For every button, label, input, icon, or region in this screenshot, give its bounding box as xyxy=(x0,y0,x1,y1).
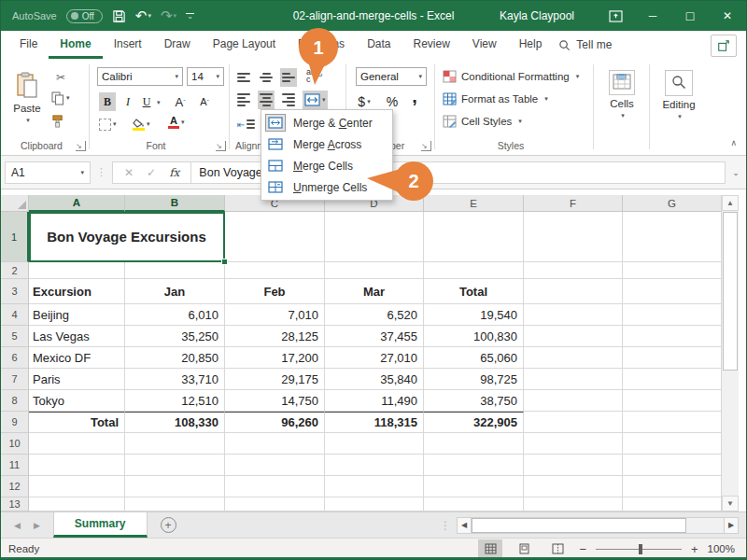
prev-sheet-button[interactable]: ◀ xyxy=(14,521,21,530)
horizontal-scroll-track[interactable] xyxy=(472,517,724,534)
cell-C13[interactable] xyxy=(225,497,325,511)
increase-font-button[interactable]: Aˆ xyxy=(172,92,189,111)
center-button[interactable] xyxy=(258,91,275,109)
cell-B13[interactable] xyxy=(125,497,225,511)
bold-button[interactable]: B xyxy=(99,92,116,111)
select-all-button[interactable] xyxy=(1,195,29,212)
enter-formula-button[interactable]: ✓ xyxy=(147,166,156,179)
cell-F4[interactable] xyxy=(524,304,623,326)
cell-E12[interactable] xyxy=(424,476,524,497)
cell-D9[interactable]: 118,315 xyxy=(325,412,424,433)
copy-button[interactable]: ▾ xyxy=(49,89,72,107)
editing-button[interactable]: Editing ▾ xyxy=(655,63,702,120)
row-header-1[interactable]: 1 xyxy=(1,212,29,262)
autosave-toggle[interactable]: Off xyxy=(66,9,103,23)
row-header-4[interactable]: 4 xyxy=(1,304,29,326)
user-name[interactable]: Kayla Claypool xyxy=(500,9,574,22)
cell-F2[interactable] xyxy=(524,262,623,279)
cell-G13[interactable] xyxy=(623,497,722,511)
row-header-13[interactable]: 13 xyxy=(1,497,29,511)
zoom-in-button[interactable]: + xyxy=(691,542,698,556)
cell-D5[interactable]: 37,455 xyxy=(325,326,424,347)
cell-G5[interactable] xyxy=(623,326,722,347)
cell-C2[interactable] xyxy=(225,262,325,279)
cell-B7[interactable]: 33,710 xyxy=(125,369,225,390)
row-header-8[interactable]: 8 xyxy=(1,390,29,412)
cell-D12[interactable] xyxy=(325,476,424,497)
column-header-A[interactable]: A xyxy=(29,195,125,212)
conditional-formatting-button[interactable]: Conditional Formatting▾ xyxy=(443,66,579,87)
clipboard-dialog-launcher[interactable]: ↖ xyxy=(76,141,86,151)
row-header-2[interactable]: 2 xyxy=(1,262,29,279)
maximize-button[interactable]: □ xyxy=(671,1,709,31)
name-box[interactable]: A1▾ xyxy=(5,161,91,184)
comma-style-button[interactable]: , xyxy=(406,87,423,105)
cell-A11[interactable] xyxy=(29,455,125,476)
next-sheet-button[interactable]: ▶ xyxy=(34,521,40,530)
normal-view-button[interactable] xyxy=(478,539,502,559)
tab-file[interactable]: File xyxy=(8,31,49,59)
new-sheet-button[interactable]: + xyxy=(161,517,176,533)
cell-E2[interactable] xyxy=(424,262,524,279)
column-header-F[interactable]: F xyxy=(524,195,623,212)
decrease-indent-button[interactable]: ⇤ xyxy=(235,115,257,133)
scroll-right-button[interactable]: ▶ xyxy=(724,517,739,534)
number-format-combo[interactable]: General▾ xyxy=(356,67,427,86)
cells-button[interactable]: Cells ▾ xyxy=(601,63,642,119)
zoom-slider[interactable] xyxy=(596,549,682,550)
sheet-tab-summary[interactable]: Summary xyxy=(53,512,148,538)
cell-G12[interactable] xyxy=(623,476,722,497)
cell-F6[interactable] xyxy=(524,347,623,369)
close-button[interactable]: ✕ xyxy=(709,1,746,31)
cell-E10[interactable] xyxy=(424,433,524,455)
cell-B5[interactable]: 35,250 xyxy=(125,326,225,347)
vertical-scrollbar[interactable]: ▲ ▼ xyxy=(721,195,739,511)
align-right-button[interactable] xyxy=(280,91,297,109)
cell-D4[interactable]: 6,520 xyxy=(325,304,424,326)
column-header-G[interactable]: G xyxy=(623,195,722,212)
cell-E5[interactable]: 100,830 xyxy=(424,326,524,347)
column-header-B[interactable]: B xyxy=(125,195,225,212)
share-button[interactable] xyxy=(711,35,737,57)
cell-C10[interactable] xyxy=(225,433,325,455)
format-as-table-button[interactable]: Format as Table▾ xyxy=(443,89,548,109)
tab-view[interactable]: View xyxy=(461,31,508,59)
row-header-11[interactable]: 11 xyxy=(1,455,29,476)
cell-F1[interactable] xyxy=(524,212,623,262)
cell-A13[interactable] xyxy=(29,497,125,511)
collapse-ribbon-button[interactable]: ∧ xyxy=(730,138,737,147)
row-header-3[interactable]: 3 xyxy=(1,279,29,304)
cell-F5[interactable] xyxy=(524,326,623,347)
cell-G10[interactable] xyxy=(623,433,722,455)
font-dialog-launcher[interactable]: ↖ xyxy=(216,141,226,151)
fill-color-caret-icon[interactable]: ▾ xyxy=(147,120,150,128)
cell-F12[interactable] xyxy=(524,476,623,497)
decrease-font-button[interactable]: Aˇ xyxy=(196,92,213,111)
cell-F11[interactable] xyxy=(524,455,623,476)
cell-E6[interactable]: 65,060 xyxy=(424,347,524,369)
cell-A8[interactable]: Tokyo xyxy=(29,390,125,412)
cell-A10[interactable] xyxy=(29,433,125,455)
row-header-10[interactable]: 10 xyxy=(1,433,29,455)
cell-styles-button[interactable]: Cell Styles▾ xyxy=(443,111,522,132)
expand-formula-bar-icon[interactable]: ⌄ xyxy=(726,168,746,177)
underline-caret-icon[interactable]: ▾ xyxy=(157,99,161,106)
cell-D1[interactable] xyxy=(325,212,424,262)
vertical-scroll-thumb[interactable] xyxy=(723,212,738,371)
cell-B2[interactable] xyxy=(125,262,225,279)
cancel-formula-button[interactable]: ✕ xyxy=(124,166,134,179)
cell-F7[interactable] xyxy=(524,369,623,390)
cell-D13[interactable] xyxy=(325,497,424,511)
currency-caret-icon[interactable]: ▾ xyxy=(367,98,371,105)
row-header-9[interactable]: 9 xyxy=(1,412,29,433)
menu-item-merge-center[interactable]: Merge & Center xyxy=(261,112,392,133)
save-button[interactable] xyxy=(112,9,126,23)
cell-F13[interactable] xyxy=(524,497,623,511)
cell-F3[interactable] xyxy=(524,279,623,304)
merge-center-caret-icon[interactable]: ▾ xyxy=(322,96,326,104)
zoom-out-button[interactable]: − xyxy=(579,542,586,556)
redo-button[interactable]: ↷▾ xyxy=(161,7,176,24)
cell-A12[interactable] xyxy=(29,476,125,497)
percent-button[interactable]: % xyxy=(384,92,401,111)
cell-G2[interactable] xyxy=(623,262,722,279)
